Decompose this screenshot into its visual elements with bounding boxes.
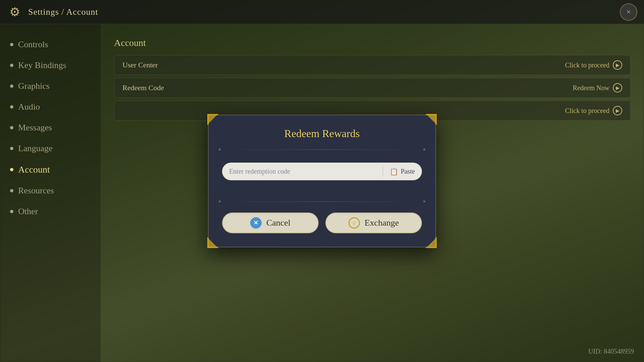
svg-rect-11 [435, 237, 437, 248]
exchange-button[interactable]: ○ Exchange [325, 213, 422, 233]
cancel-button[interactable]: ✕ Cancel [222, 213, 319, 233]
input-row: 📋 Paste [222, 163, 422, 180]
redeem-rewards-dialog: Redeem Rewards 📋 Paste [208, 115, 436, 247]
svg-rect-1 [207, 114, 218, 115]
svg-marker-6 [207, 237, 218, 248]
svg-marker-0 [207, 114, 218, 125]
deco-bar [223, 149, 421, 150]
corner-decoration-br [426, 237, 437, 248]
svg-rect-4 [426, 114, 437, 115]
redemption-code-input[interactable] [222, 163, 383, 180]
paste-button[interactable]: 📋 Paste [383, 164, 422, 179]
cancel-icon: ✕ [250, 217, 262, 229]
paste-icon: 📋 [390, 168, 398, 176]
exchange-icon: ○ [348, 217, 360, 229]
svg-rect-8 [207, 237, 209, 248]
svg-rect-7 [207, 247, 218, 248]
corner-decoration-tl [207, 114, 218, 125]
deco-bar [223, 201, 421, 202]
deco-line-top [209, 143, 435, 156]
dialog-body: 📋 Paste [209, 156, 435, 197]
corner-decoration-bl [207, 237, 218, 248]
svg-rect-5 [435, 114, 437, 125]
deco-line-bottom [209, 197, 435, 209]
svg-marker-9 [426, 237, 437, 248]
deco-dot [219, 148, 221, 150]
deco-dot [423, 148, 425, 150]
deco-dot [219, 200, 221, 202]
modal-backdrop: Redeem Rewards 📋 Paste [0, 0, 644, 362]
svg-marker-3 [426, 114, 437, 125]
corner-decoration-tr [426, 114, 437, 125]
svg-rect-2 [207, 114, 209, 125]
dialog-footer: ✕ Cancel ○ Exchange [209, 209, 435, 247]
dialog-title: Redeem Rewards [209, 115, 435, 143]
svg-rect-10 [426, 247, 437, 248]
deco-dot [423, 200, 425, 202]
